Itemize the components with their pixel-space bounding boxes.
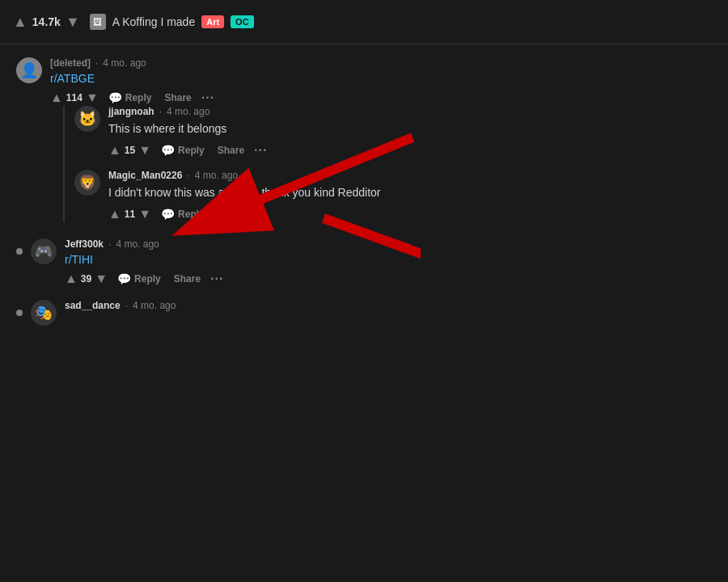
avatar-magic-man: 🦁 — [74, 170, 100, 196]
vote-section-magic-man: ▲ 11 ▼ — [108, 207, 151, 221]
top-bar: ▲ 14.7k ▼ 🖼 A Koffing I made Art OC — [0, 0, 728, 44]
share-button-magic-man[interactable]: Share — [214, 207, 248, 221]
avatar-jjangnoah: 🐱 — [74, 106, 100, 132]
vote-count-jjangnoah: 15 — [125, 145, 135, 156]
reply-jjangnoah-header: jjangnoah · 4 mo. ago — [108, 106, 712, 117]
comment-deleted: 👤 [deleted] · 4 mo. ago r/ATBGE ▲ 114 ▼ — [16, 57, 712, 226]
downvote-jjangnoah[interactable]: ▼ — [138, 143, 151, 158]
reply-icon-jeff: 💬 — [117, 272, 131, 285]
avatar-deleted: 👤 — [16, 57, 42, 83]
comment-sad-dance-author: sad__dance — [65, 300, 121, 311]
downvote-jeff[interactable]: ▼ — [95, 272, 108, 286]
reply-icon-magic-man: 💬 — [161, 208, 175, 221]
subreddit-link-atbge[interactable]: r/ATBGE — [50, 72, 95, 85]
reply-button-jeff[interactable]: 💬 Reply — [114, 271, 164, 287]
upvote-magic-man[interactable]: ▲ — [108, 207, 121, 221]
reply-jjangnoah-actions: ▲ 15 ▼ 💬 Reply Share — [108, 142, 712, 158]
upvote-comment-1[interactable]: ▲ — [50, 91, 63, 105]
reply-magic-man-text: I didn't know this was a thing...thank y… — [108, 184, 712, 201]
reply-icon-jjangnoah: 💬 — [161, 144, 175, 157]
comment-deleted-content: r/ATBGE — [50, 72, 712, 85]
vote-count-1: 114 — [66, 92, 83, 103]
reply-magic-man-actions: ▲ 11 ▼ 💬 Reply Share — [108, 206, 712, 222]
upvote-icon[interactable]: ▲ — [13, 14, 28, 31]
comment-jeff300k-body: Jeff300k · 4 mo. ago r/TIHI ▲ 39 ▼ 💬 Rep — [65, 238, 712, 287]
reply-jjangnoah-author: jjangnoah — [108, 106, 154, 117]
post-image-icon: 🖼 — [90, 14, 106, 30]
share-button-jeff[interactable]: Share — [171, 272, 204, 286]
more-options-jeff[interactable]: ··· — [210, 272, 223, 286]
comments-area: 👤 [deleted] · 4 mo. ago r/ATBGE ▲ 114 ▼ — [0, 44, 728, 339]
post-title-area: 🖼 A Koffing I made Art OC — [90, 14, 715, 30]
downvote-comment-1[interactable]: ▼ — [86, 91, 99, 105]
comment-deleted-author: [deleted] — [50, 57, 91, 69]
collapse-bullet-jeff — [16, 248, 23, 255]
vote-section-1: ▲ 114 ▼ — [50, 91, 99, 105]
collapse-bullet-sad — [16, 310, 23, 316]
reply-jjangnoah-time: 4 mo. ago — [167, 106, 210, 117]
more-options-1[interactable]: ··· — [201, 91, 214, 105]
downvote-magic-man[interactable]: ▼ — [138, 207, 151, 221]
comment-jeff300k-header: Jeff300k · 4 mo. ago — [65, 238, 712, 250]
more-options-magic-man[interactable]: ··· — [254, 207, 267, 221]
reply-button-1[interactable]: 💬 Reply — [105, 90, 155, 106]
comment-deleted-body: [deleted] · 4 mo. ago r/ATBGE ▲ 114 ▼ 💬 — [50, 57, 712, 226]
vote-section-jjangnoah: ▲ 15 ▼ — [108, 143, 151, 158]
reply-magic-man-author: Magic_Man0226 — [108, 170, 182, 181]
comment-jeff300k-row: 🎮 Jeff300k · 4 mo. ago r/TIHI ▲ 39 ▼ — [16, 238, 712, 287]
nested-replies-1: 🐱 jjangnoah · 4 mo. ago This is where it… — [63, 106, 712, 222]
reply-jjangnoah: 🐱 jjangnoah · 4 mo. ago This is where it… — [74, 106, 712, 158]
reply-magic-man-body: Magic_Man0226 · 4 mo. ago I didn't know … — [108, 170, 712, 222]
comment-sad-dance-body: sad__dance · 4 mo. ago — [65, 300, 712, 314]
tag-art[interactable]: Art — [201, 15, 224, 28]
reply-button-jjangnoah[interactable]: 💬 Reply — [158, 142, 208, 158]
comment-jeff300k-time: 4 mo. ago — [116, 238, 159, 250]
post-vote-count: 14.7k — [32, 15, 61, 28]
vote-count-jeff: 39 — [81, 273, 91, 285]
upvote-jjangnoah[interactable]: ▲ — [108, 143, 121, 158]
comment-jeff300k-actions: ▲ 39 ▼ 💬 Reply Share ··· — [65, 271, 712, 287]
share-button-jjangnoah[interactable]: Share — [214, 143, 248, 158]
avatar-jeff300k: 🎮 — [31, 238, 57, 264]
vote-count-magic-man: 11 — [125, 209, 135, 220]
post-vote-section: ▲ 14.7k ▼ — [13, 14, 80, 31]
post-title: A Koffing I made — [112, 15, 195, 28]
reply-magic-man-header: Magic_Man0226 · 4 mo. ago — [108, 170, 712, 181]
reply-jjangnoah-text: This is where it belongs — [108, 120, 712, 137]
reply-magic-man-time: 4 mo. ago — [195, 170, 238, 181]
reply-button-magic-man[interactable]: 💬 Reply — [158, 206, 208, 222]
downvote-icon[interactable]: ▼ — [66, 14, 80, 31]
avatar-sad-dance: 🎭 — [31, 300, 57, 326]
share-button-1[interactable]: Share — [161, 91, 194, 105]
comment-jeff300k-content: r/TIHI — [65, 253, 712, 266]
reply-icon-1: 💬 — [108, 91, 122, 104]
comment-jeff300k-author: Jeff300k — [65, 238, 104, 250]
comment-sad-dance-row: 🎭 sad__dance · 4 mo. ago — [16, 300, 712, 326]
comment-sad-dance-time: 4 mo. ago — [133, 300, 176, 311]
vote-section-jeff: ▲ 39 ▼ — [65, 272, 108, 286]
reply-jjangnoah-body: jjangnoah · 4 mo. ago This is where it b… — [108, 106, 712, 158]
reply-magic-man: 🦁 Magic_Man0226 · 4 mo. ago I didn't kno… — [74, 170, 712, 222]
upvote-jeff[interactable]: ▲ — [65, 272, 78, 286]
comment-deleted-actions: ▲ 114 ▼ 💬 Reply Share ··· — [50, 90, 712, 106]
comment-deleted-time: 4 mo. ago — [103, 57, 146, 69]
comment-deleted-header: [deleted] · 4 mo. ago — [50, 57, 712, 69]
subreddit-link-tihi[interactable]: r/TIHI — [65, 253, 93, 266]
comment-sad-dance-header: sad__dance · 4 mo. ago — [65, 300, 712, 311]
more-options-jjangnoah[interactable]: ··· — [254, 143, 267, 158]
tag-oc[interactable]: OC — [231, 15, 254, 28]
